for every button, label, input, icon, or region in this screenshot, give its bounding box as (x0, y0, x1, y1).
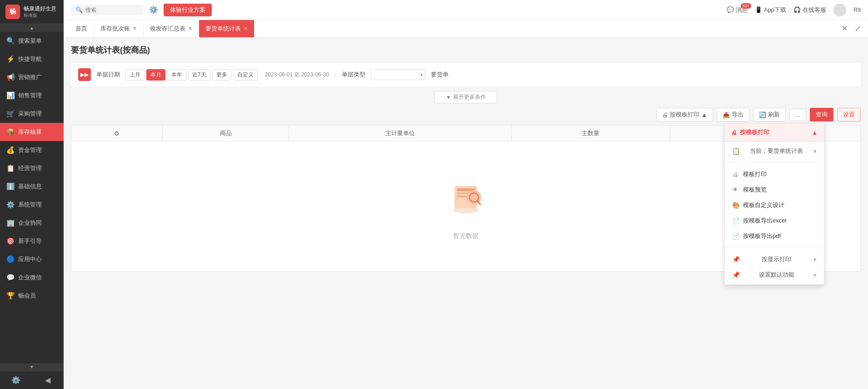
filter-bar: ▶▶ 单据日期 上月本月本年近7天更多自定义 2023-06-01 至 2023… (71, 63, 861, 86)
dropdown-divider-1 (725, 162, 824, 163)
th-product: 商品 (163, 126, 289, 141)
topbar-search-box: 🔍 (71, 5, 144, 15)
date-btn-last-7days[interactable]: 近7天 (188, 69, 210, 81)
sidebar-item-label-app-center: 应用中心 (18, 255, 42, 263)
dropdown-sub-items-section: 📌按显示打印▾📌设置默认功能▾ (725, 250, 824, 284)
trial-button[interactable]: 体验行业方案 (164, 4, 212, 16)
tab-home[interactable]: 首页 (69, 20, 94, 37)
dropdown-item-export-pdf[interactable]: 📄按模板导出pdf (725, 228, 824, 244)
sidebar-item-system[interactable]: ⚙️系统管理 (0, 196, 64, 214)
sidebar-item-sales[interactable]: 📊销售管理 (0, 86, 64, 105)
notification-icon: 💬 (727, 6, 734, 13)
topbar-gear-icon[interactable]: ⚙️ (149, 5, 158, 14)
sidebar-item-label-marketing: 营销推广 (18, 73, 42, 81)
th-settings[interactable]: ⚙ (71, 126, 163, 141)
quick-nav-icon: ⚡ (6, 55, 15, 63)
notification-btn[interactable]: 💬 消息 99+ (727, 6, 748, 14)
date-buttons: 上月本月本年近7天更多自定义 (125, 69, 258, 81)
sidebar-item-finance[interactable]: 💰资金管理 (0, 141, 64, 159)
sidebar-item-newbie[interactable]: 🎯新手引导 (0, 232, 64, 250)
search-input[interactable] (85, 7, 131, 13)
tab-inventory-batch[interactable]: 库存批次账✕ (94, 20, 144, 37)
toolbar-row: 🖨 按模板打印 ▲ 📤 导出 🔄 刷新 ... 查询 设置 (71, 108, 861, 121)
tab-close-inventory-batch[interactable]: ✕ (133, 25, 137, 31)
date-btn-prev-month[interactable]: 上月 (125, 69, 145, 81)
print-btn[interactable]: 🖨 按模板打印 ▲ (656, 108, 713, 121)
settings-btn[interactable]: 设置 (837, 108, 861, 121)
sidebar-scroll-down[interactable]: ▼ (0, 363, 64, 371)
user-avatar[interactable] (833, 4, 846, 16)
sidebar-footer: ⚙️ ◀ (0, 371, 64, 389)
sidebar-item-marketing[interactable]: 📢营销推广 (0, 68, 64, 86)
refresh-btn[interactable]: 🔄 刷新 (753, 108, 786, 121)
template-preview-icon: 👁 (732, 186, 739, 193)
sidebar-item-wechat[interactable]: 💬企业微信 (0, 268, 64, 287)
sidebar-item-member[interactable]: 🏆畅会员 (0, 287, 64, 305)
wechat-icon: 💬 (6, 273, 15, 282)
dropdown-current-template[interactable]: 📋 当前：要货单统计表 ▾ (725, 143, 824, 159)
date-btn-more[interactable]: 更多 (212, 69, 231, 81)
logo-sub: 标准版 (24, 12, 56, 18)
filter-expand-icon-btn[interactable]: ▶▶ (78, 68, 91, 81)
sidebar-scroll-up[interactable]: ▲ (0, 24, 64, 32)
dropdown-title-label: 按模板打印 (740, 128, 769, 136)
notification-badge: 99+ (741, 3, 751, 9)
dropdown-item-template-custom[interactable]: 🎨模板自定义设计 (725, 197, 824, 213)
sidebar-item-inventory[interactable]: 📦库存核算 (0, 123, 64, 141)
online-service-btn[interactable]: 🎧 在线客服 (793, 6, 826, 14)
basic-icon: ℹ️ (6, 182, 15, 191)
tab-close-receipt-summary[interactable]: ✕ (188, 25, 192, 31)
tab-label-inventory-batch: 库存批次账 (100, 25, 130, 33)
refresh-label: 刷新 (768, 111, 780, 119)
topbar: 🔍 ⚙️ 体验行业方案 💬 消息 99+ 📱 App下载 🎧 在线客服 Rit (64, 0, 868, 20)
app-download-btn[interactable]: 📱 App下载 (755, 6, 786, 14)
export-icon: 📤 (723, 111, 730, 118)
tab-receipt-summary[interactable]: 收发存汇总表✕ (144, 20, 199, 37)
window-close-btn[interactable]: ✕ (840, 22, 849, 35)
dropdown-header: 🖨 按模板打印 ▲ (725, 124, 824, 141)
newbie-icon: 🎯 (6, 237, 15, 245)
dropdown-item-template-print[interactable]: 🖨模板打印 (725, 167, 824, 182)
sidebar-item-label-sales: 销售管理 (18, 91, 42, 100)
set-default-icon: 📌 (732, 271, 739, 278)
tab-order-summary[interactable]: 要货单统计表✕ (199, 20, 254, 37)
dropdown-sub-item-set-default[interactable]: 📌设置默认功能▾ (725, 267, 824, 283)
sidebar-item-app-center[interactable]: 🔵应用中心 (0, 250, 64, 268)
sidebar-collapse-btn[interactable]: ◀ (32, 371, 64, 389)
date-btn-custom[interactable]: 自定义 (233, 69, 258, 81)
sidebar-item-purchase[interactable]: 🛒采购管理 (0, 105, 64, 123)
more-btn[interactable]: ... (789, 109, 806, 121)
sidebar-item-enterprise[interactable]: 🏢企业协同 (0, 214, 64, 232)
dropdown-collapse-btn[interactable]: ▲ (812, 129, 818, 136)
member-icon: 🏆 (6, 292, 15, 300)
sidebar-item-label-inventory: 库存核算 (18, 128, 42, 136)
sidebar-item-label-basic: 基础信息 (18, 182, 42, 191)
date-btn-current-month[interactable]: 本月 (146, 69, 165, 81)
expand-more-btn[interactable]: ▼ 展开更多条件 (434, 91, 497, 103)
dropdown-item-export-excel[interactable]: 📄按模板导出excel (725, 213, 824, 228)
dropdown-sub-item-display-print[interactable]: 📌按显示打印▾ (725, 252, 824, 267)
sidebar-item-basic[interactable]: ℹ️基础信息 (0, 177, 64, 196)
query-btn[interactable]: 查询 (810, 108, 833, 121)
type-select[interactable] (371, 69, 425, 80)
template-print-icon: 🖨 (732, 171, 739, 178)
sidebar-item-quick-nav[interactable]: ⚡快捷导航 (0, 50, 64, 68)
dropdown-item-template-preview[interactable]: 👁模板预览 (725, 182, 824, 197)
window-maximize-btn[interactable]: ⤢ (853, 22, 863, 35)
sidebar-item-operation[interactable]: 📋经营管理 (0, 159, 64, 177)
print-icon: 🖨 (662, 111, 668, 118)
sidebar-item-label-search: 搜索菜单 (18, 37, 42, 45)
export-excel-label: 按模板导出excel (743, 217, 786, 225)
sidebar-item-search[interactable]: 🔍搜索菜单 (0, 32, 64, 50)
main-area: 🔍 ⚙️ 体验行业方案 💬 消息 99+ 📱 App下载 🎧 在线客服 Rit (64, 0, 868, 389)
sidebar-item-label-operation: 经营管理 (18, 164, 42, 172)
enterprise-icon: 🏢 (6, 219, 15, 227)
export-pdf-icon: 📄 (732, 232, 739, 240)
logo-icon: 畅 (5, 5, 20, 19)
current-template-icon: 📋 (732, 147, 739, 155)
current-template-label: 当前：要货单统计表 (750, 147, 803, 155)
date-btn-current-year[interactable]: 本年 (167, 69, 186, 81)
sidebar-settings-btn[interactable]: ⚙️ (0, 371, 32, 389)
tab-close-order-summary[interactable]: ✕ (244, 25, 248, 31)
export-btn[interactable]: 📤 导出 (717, 108, 749, 121)
